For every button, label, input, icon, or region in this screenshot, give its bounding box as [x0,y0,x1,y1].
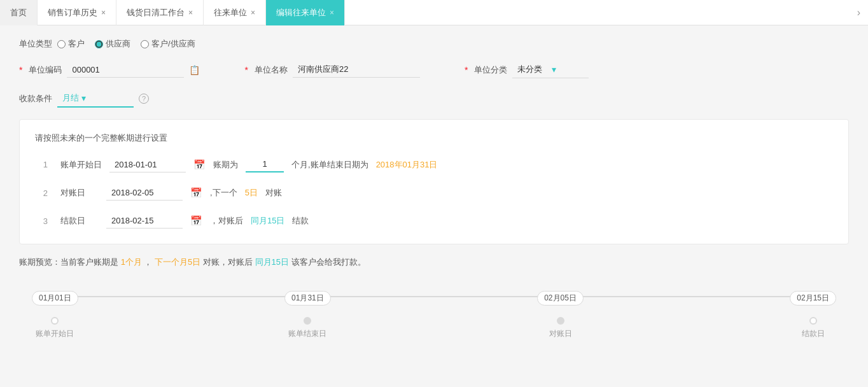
reconcile-highlight: 5日 [245,187,258,199]
radio-both[interactable]: 客户/供应商 [141,38,195,50]
preview-part2: 下一个月5日 [155,257,200,267]
radio-customer-input[interactable] [57,40,66,48]
payment-desc-suffix: 结款 [292,215,309,227]
tab-sales-history-label: 销售订单历史 [48,7,97,18]
unit-category-label: 单位分类 [474,64,507,76]
timeline-point-1: 01月01日 账单开始日 [32,291,78,339]
timeline-points: 01月01日 账单开始日 01月31日 账单结束日 02月05日 对账日 02月… [32,291,836,339]
period-row-1: 1 账单开始日 📅 账期为 个月,账单结束日期为 2018年01月31日 [35,157,833,172]
unit-name-input[interactable] [293,62,420,78]
tab-cash-work-label: 钱货日清工作台 [127,7,185,18]
reconcile-desc-prefix: ,下一个 [210,187,237,199]
form-section: 单位类型 客户 供应商 客户/供应商 [19,38,849,108]
preview-middle: 对账，对账后 [203,257,253,267]
period-unit-desc: 个月,账单结束日期为 [291,159,368,171]
timeline-badge-1: 01月01日 [32,291,78,306]
timeline-point-2: 01月31日 账单结束日 [284,291,331,339]
period-row-2: 2 对账日 📅 ,下一个 5日 对账 [35,185,833,201]
timeline-sublabel-1: 账单开始日 [36,328,74,339]
preview-part1: 1个月 [121,257,142,267]
radio-supplier-input[interactable] [95,40,103,48]
unit-name-label: 单位名称 [255,64,288,76]
tab-sales-history[interactable]: 销售订单历史 × [38,0,116,25]
period-month-input[interactable] [246,157,284,172]
timeline-sublabel-4: 结款日 [802,328,825,339]
timeline-point-4: 02月15日 结款日 [790,291,836,339]
unit-category-star: * [465,65,468,75]
timeline-point-3: 02月05日 对账日 [537,291,584,339]
step-3: 3 [35,216,48,226]
timeline: 01月01日 账单开始日 01月31日 账单结束日 02月05日 对账日 02月… [19,285,849,358]
unit-info-row: * 单位编码 📋 * 单位名称 * 单位分类 未分类 ▾ [19,61,849,78]
period-for-label: 账期为 [213,159,238,171]
timeline-dot-1 [51,317,59,325]
period-label-3: 结款日 [60,215,99,227]
unit-code-star: * [19,65,22,75]
timeline-badge-3: 02月05日 [537,291,584,306]
payment-highlight: 同月15日 [251,215,284,227]
unit-category-select[interactable]: 未分类 ▾ [512,61,589,78]
unit-code-input[interactable] [67,62,184,78]
payment-desc-prefix: ，对账后 [210,215,243,227]
calendar-icon-2[interactable]: 📅 [190,187,202,199]
period-date-2[interactable] [106,185,183,201]
period-label-1: 账单开始日 [60,159,102,171]
calendar-icon-3[interactable]: 📅 [190,215,202,227]
period-label-2: 对账日 [60,187,99,199]
tab-home[interactable]: 首页 [0,0,38,25]
timeline-badge-4: 02月15日 [790,291,836,306]
unit-type-radio-group: 客户 供应商 客户/供应商 [57,38,195,50]
tab-overflow-arrow[interactable]: › [850,7,868,18]
tab-partner[interactable]: 往来单位 × [204,0,266,25]
timeline-dot-2 [304,317,311,325]
tab-bar: 首页 销售订单历史 × 钱货日清工作台 × 往来单位 × 编辑往来单位 × › [0,0,868,25]
unit-name-field: * 单位名称 [244,62,419,78]
unit-type-label: 单位类型 [19,38,52,50]
preview-section: 账期预览：当前客户账期是 1个月 ， 下一个月5日 对账，对账后 同月15日 该… [19,255,849,358]
period-date-1[interactable] [109,157,186,172]
period-box-title: 请按照未来的一个完整帐期进行设置 [35,132,833,144]
radio-customer[interactable]: 客户 [57,38,85,50]
preview-comma1: ， [144,257,152,267]
payment-condition-field: 收款条件 月结 ▾ ? [19,90,149,108]
radio-both-label: 客户/供应商 [151,38,195,50]
preview-text: 账期预览：当前客户账期是 1个月 ， 下一个月5日 对账，对账后 同月15日 该… [19,255,849,269]
payment-row: 收款条件 月结 ▾ ? [19,90,849,108]
unit-code-label: 单位编码 [29,64,62,76]
unit-category-value: 未分类 [517,64,549,75]
copy-icon[interactable]: 📋 [189,65,200,75]
payment-condition-select[interactable]: 月结 ▾ [57,90,134,108]
payment-condition-value: 月结 [62,92,79,104]
reconcile-desc-suffix: 对账 [265,187,282,199]
payment-chevron-down-icon: ▾ [81,93,86,103]
timeline-dot-3 [557,317,564,325]
tab-cash-work-close[interactable]: × [188,8,193,17]
unit-type-row: 单位类型 客户 供应商 客户/供应商 [19,38,849,50]
period-date-3[interactable] [106,213,183,229]
tab-partner-close[interactable]: × [251,8,255,17]
preview-end: 该客户会给我打款。 [291,257,366,267]
tab-edit-partner[interactable]: 编辑往来单位 × [266,0,345,25]
period-end-date: 2018年01月31日 [376,159,438,171]
period-row-3: 3 结款日 📅 ，对账后 同月15日 结款 [35,213,833,229]
unit-category-field: * 单位分类 未分类 ▾ [465,61,589,78]
radio-supplier-label: 供应商 [106,38,130,50]
timeline-sublabel-2: 账单结束日 [288,328,326,339]
radio-supplier[interactable]: 供应商 [95,38,130,50]
tab-cash-work[interactable]: 钱货日清工作台 × [116,0,204,25]
tab-home-label: 首页 [10,7,27,18]
unit-name-star: * [244,65,248,75]
unit-type-field: 单位类型 客户 供应商 客户/供应商 [19,38,195,50]
calendar-icon-1[interactable]: 📅 [193,159,206,171]
preview-part3: 同月15日 [255,257,289,267]
help-icon[interactable]: ? [139,94,149,104]
tab-edit-partner-label: 编辑往来单位 [276,7,326,18]
period-box: 请按照未来的一个完整帐期进行设置 1 账单开始日 📅 账期为 个月,账单结束日期… [19,119,849,244]
preview-label: 账期预览：当前客户账期是 [19,257,118,267]
tab-edit-partner-close[interactable]: × [330,8,334,17]
step-1: 1 [35,160,48,169]
timeline-sublabel-3: 对账日 [549,328,572,339]
tab-sales-history-close[interactable]: × [101,8,106,17]
timeline-dot-4 [809,317,817,325]
radio-both-input[interactable] [141,40,149,48]
